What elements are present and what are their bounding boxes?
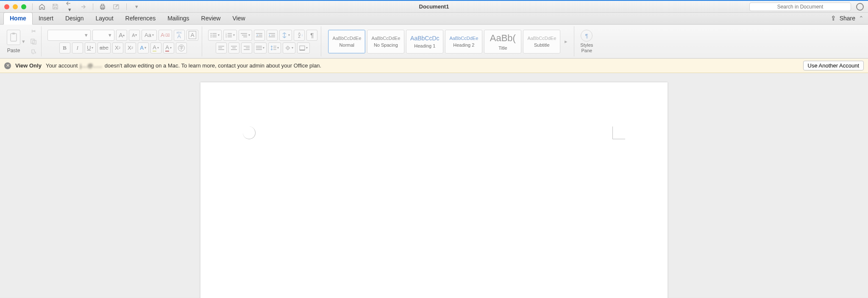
subscript-button[interactable]: X2 — [112, 42, 123, 53]
svg-text:3: 3 — [225, 36, 227, 38]
underline-button[interactable]: U▾ — [85, 42, 96, 53]
use-another-account-button[interactable]: Use Another Account — [803, 61, 864, 70]
svg-rect-1 — [101, 4, 104, 6]
format-painter-icon[interactable] — [29, 48, 38, 56]
svg-rect-5 — [12, 33, 15, 34]
svg-rect-28 — [271, 35, 275, 36]
svg-rect-27 — [269, 37, 275, 37]
tab-references[interactable]: References — [120, 13, 162, 24]
paste-button[interactable] — [7, 30, 20, 45]
justify-button[interactable]: ▾ — [254, 42, 267, 53]
align-right-button[interactable] — [241, 42, 252, 53]
svg-rect-29 — [218, 46, 224, 47]
change-case-button[interactable]: Aa▾ — [142, 30, 157, 41]
align-left-button[interactable] — [216, 42, 227, 53]
shrink-font-button[interactable]: A▾ — [129, 30, 140, 41]
svg-rect-44 — [300, 46, 305, 50]
close-notification-icon[interactable]: ✕ — [4, 62, 11, 69]
styles-pane-button[interactable]: ¶ Styles Pane — [580, 30, 593, 53]
show-paragraph-marks-button[interactable]: ¶ — [306, 30, 317, 41]
highlight-button[interactable]: A▾ — [150, 42, 161, 53]
font-size-dropdown[interactable]: ▾ — [92, 30, 114, 41]
tab-review[interactable]: Review — [195, 13, 227, 24]
tab-layout[interactable]: Layout — [90, 13, 120, 24]
group-styles: AaBbCcDdEe Normal AaBbCcDdEe No Spacing … — [324, 26, 574, 56]
close-window-button[interactable] — [4, 4, 9, 9]
superscript-button[interactable]: X2 — [125, 42, 136, 53]
search-input[interactable] — [749, 3, 851, 11]
svg-point-12 — [211, 36, 212, 37]
home-icon[interactable] — [39, 3, 46, 10]
share-icon[interactable]: ⇪ — [831, 14, 836, 22]
ribbon-home: Paste ▾ ✂ ▾ ▾ A▴ A▾ Aa▾ A⌫ abcA A B I — [0, 25, 868, 59]
font-name-dropdown[interactable]: ▾ — [47, 30, 91, 41]
style-subtitle[interactable]: AaBbCcDdEe Subtitle — [523, 30, 560, 53]
svg-rect-41 — [273, 46, 276, 46]
paste-dropdown-icon[interactable]: ▾ — [22, 38, 25, 45]
svg-rect-40 — [256, 49, 262, 50]
sort-button[interactable]: AZ↓ — [294, 30, 305, 41]
svg-rect-38 — [256, 46, 262, 47]
style-normal[interactable]: AaBbCcDdEe Normal — [328, 30, 365, 53]
sync-status-icon[interactable] — [856, 3, 864, 11]
svg-rect-22 — [243, 37, 247, 37]
svg-rect-42 — [273, 48, 276, 48]
cut-icon[interactable]: ✂ — [29, 28, 38, 35]
strikethrough-button[interactable]: abc — [97, 42, 111, 53]
svg-rect-36 — [246, 48, 250, 48]
save-icon[interactable] — [52, 3, 60, 10]
bullets-button[interactable]: ▾ — [208, 30, 222, 41]
decrease-indent-button[interactable] — [254, 30, 265, 41]
svg-rect-35 — [244, 46, 250, 47]
zoom-window-button[interactable] — [21, 4, 26, 9]
borders-button[interactable]: ▾ — [297, 42, 310, 53]
shading-button[interactable]: ▾ — [283, 42, 295, 53]
notification-text: Your account j....@...... doesn't allow … — [46, 62, 321, 69]
style-title[interactable]: AaBb( Title — [484, 30, 521, 53]
bold-button[interactable]: B — [59, 42, 70, 53]
font-color-button[interactable]: A▾ — [163, 42, 174, 53]
numbering-button[interactable]: 123▾ — [223, 30, 237, 41]
svg-rect-21 — [242, 35, 247, 36]
svg-rect-13 — [212, 37, 217, 37]
style-heading-1[interactable]: AaBbCcDc Heading 1 — [406, 30, 443, 53]
print-icon[interactable] — [99, 3, 107, 10]
tab-mailings[interactable]: Mailings — [161, 13, 195, 24]
svg-rect-33 — [232, 48, 236, 48]
svg-rect-31 — [218, 49, 224, 50]
page-1[interactable] — [200, 82, 668, 298]
svg-rect-24 — [256, 37, 262, 37]
align-center-button[interactable] — [228, 42, 239, 53]
group-clipboard: Paste ▾ ✂ — [3, 26, 42, 56]
tab-design[interactable]: Design — [59, 13, 90, 24]
minimize-window-button[interactable] — [13, 4, 18, 9]
clear-formatting-button[interactable]: A⌫ — [159, 30, 172, 41]
line-spacing-button[interactable]: ▾ — [268, 42, 281, 53]
multilevel-list-button[interactable]: ▾ — [239, 30, 252, 41]
style-heading-2[interactable]: AaBbCcDdEe Heading 2 — [445, 30, 482, 53]
svg-rect-19 — [228, 37, 232, 37]
phonetic-guide-button[interactable]: abcA — [174, 30, 185, 41]
grow-font-button[interactable]: A▴ — [116, 30, 127, 41]
undo-icon[interactable]: ▾ — [66, 0, 73, 13]
tab-insert[interactable]: Insert — [33, 13, 59, 24]
redo-icon[interactable] — [79, 4, 87, 10]
group-styles-pane: ¶ Styles Pane — [577, 26, 596, 56]
template-icon[interactable] — [113, 3, 120, 10]
share-button[interactable]: Share — [840, 15, 855, 22]
asian-layout-button[interactable]: ▾ — [279, 30, 292, 41]
enclose-characters-button[interactable]: 字 — [176, 42, 187, 53]
styles-gallery-more-icon[interactable]: ▸ — [562, 30, 570, 53]
italic-button[interactable]: I — [72, 42, 83, 53]
copy-icon[interactable] — [29, 38, 38, 45]
tab-view[interactable]: View — [226, 13, 251, 24]
tab-home[interactable]: Home — [3, 12, 33, 25]
style-no-spacing[interactable]: AaBbCcDdEe No Spacing — [367, 30, 404, 53]
svg-rect-37 — [244, 49, 250, 50]
character-border-button[interactable]: A — [186, 30, 199, 41]
increase-indent-button[interactable] — [267, 30, 278, 41]
text-effects-button[interactable]: A▾ — [138, 42, 149, 53]
customize-qat-icon[interactable]: ▾ — [133, 3, 140, 10]
collapse-ribbon-icon[interactable]: ⌃ — [859, 15, 864, 22]
quick-access-toolbar: ▾ ▾ — [32, 0, 140, 13]
